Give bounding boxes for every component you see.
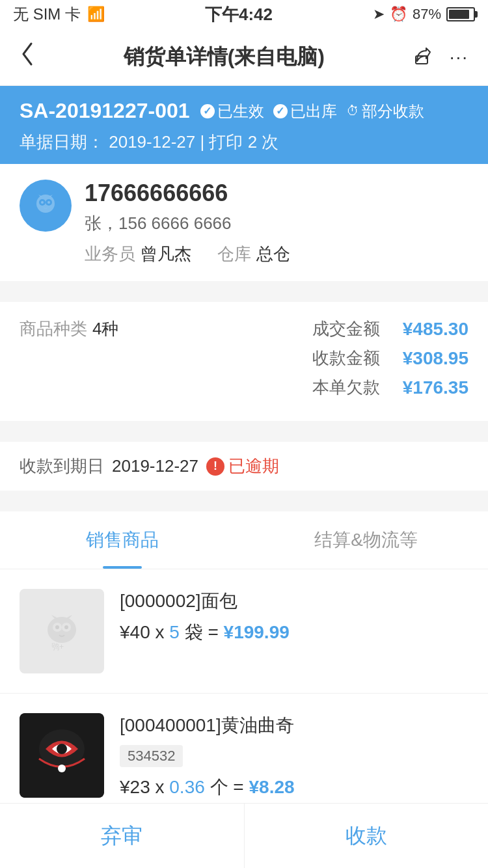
types-value: 4种 — [92, 318, 118, 340]
svg-text:鸮+: 鸮+ — [51, 642, 64, 651]
owed-row: 本单欠款 ¥176.35 — [312, 376, 468, 399]
sales-item: 业务员 曾凡杰 — [85, 243, 191, 265]
page-title: 销货单详情(来自电脑) — [124, 43, 325, 72]
summary-left: 商品种类 4种 — [20, 318, 118, 346]
tabs-section: 销售商品 结算&物流等 — [0, 511, 488, 569]
types-label: 商品种类 — [20, 318, 87, 340]
total-amount-value: ¥485.30 — [390, 319, 468, 340]
customer-phone: 张，156 6666 6666 — [85, 212, 468, 235]
header-banner: SA-20191227-001 ✓ 已生效 ✓ 已出库 ⏱ 部分收款 单据日期：… — [0, 86, 488, 164]
svg-point-14 — [57, 744, 67, 754]
product-qty-2: 0.36 — [169, 777, 205, 797]
sales-value: 曾凡杰 — [141, 243, 191, 265]
product-sku-2: 534532 — [120, 745, 183, 767]
product-info-2: [000400001]黄油曲奇 534532 ¥23 x 0.36 个 = ¥8… — [120, 713, 468, 800]
tab-products[interactable]: 销售商品 — [0, 511, 244, 569]
overdue-badge: ! 已逾期 — [206, 455, 279, 478]
thumb-img-2 — [20, 713, 104, 798]
warehouse-item: 仓库 总仓 — [217, 243, 290, 265]
product-total-2: ¥8.28 — [249, 777, 294, 797]
status-left: 无 SIM 卡 📶 — [13, 4, 105, 25]
product-total-1: ¥199.99 — [224, 622, 290, 642]
product-thumb-2 — [20, 713, 104, 798]
total-amount-row: 成交金额 ¥485.30 — [312, 318, 468, 340]
svg-point-4 — [41, 201, 44, 204]
status-right: ➤ ⏰ 87% — [373, 6, 475, 23]
table-row: 鸮+ [0000002]面包 ¥40 x 5 袋 = ¥199.99 — [0, 569, 488, 694]
check-icon-2: ✓ — [273, 104, 288, 118]
product-price-1: ¥40 x 5 袋 = ¥199.99 — [120, 620, 468, 645]
warehouse-label: 仓库 — [217, 243, 251, 265]
summary-right: 成交金额 ¥485.30 收款金额 ¥308.95 本单欠款 ¥176.35 — [312, 318, 468, 405]
product-types-item: 商品种类 4种 — [20, 318, 118, 340]
sales-label: 业务员 — [85, 243, 135, 265]
customer-id: 17666666666 — [85, 180, 468, 207]
received-label: 收款金额 — [312, 347, 380, 370]
received-value: ¥308.95 — [390, 348, 468, 369]
svg-point-15 — [58, 765, 66, 772]
product-list: 鸮+ [0000002]面包 ¥40 x 5 袋 = ¥199.99 — [0, 569, 488, 820]
battery-icon — [446, 7, 475, 21]
svg-point-9 — [55, 625, 59, 629]
divider-2 — [0, 431, 488, 442]
due-date-value: 2019-12-27 — [112, 456, 198, 476]
product-thumb-1: 鸮+ — [20, 589, 104, 673]
confirm-button[interactable]: 收款 — [245, 804, 489, 868]
product-name-2: [000400001]黄油曲奇 — [120, 713, 468, 738]
customer-avatar — [20, 180, 72, 232]
status-shipped: ✓ 已出库 — [273, 101, 337, 122]
carrier-label: 无 SIM 卡 — [13, 4, 81, 25]
thumb-placeholder-1: 鸮+ — [20, 589, 104, 673]
overdue-text: 已逾期 — [228, 455, 279, 478]
nav-bar: 销货单详情(来自电脑) ··· — [0, 29, 488, 86]
product-price-2: ¥23 x 0.36 个 = ¥8.28 — [120, 775, 468, 800]
nav-actions: ··· — [413, 44, 468, 70]
order-date-row: 单据日期： 2019-12-27 | 打印 2 次 — [20, 131, 468, 154]
bottom-bar: 弃审 收款 — [0, 803, 488, 868]
warehouse-value: 总仓 — [256, 243, 290, 265]
due-section: 收款到期日 2019-12-27 ! 已逾期 — [0, 442, 488, 491]
owed-value: ¥176.35 — [390, 377, 468, 398]
cancel-button[interactable]: 弃审 — [0, 804, 245, 868]
owed-label: 本单欠款 — [312, 376, 380, 399]
divider-3 — [0, 501, 488, 511]
order-id: SA-20191227-001 — [20, 99, 190, 123]
product-info-1: [0000002]面包 ¥40 x 5 袋 = ¥199.99 — [120, 589, 468, 645]
svg-point-6 — [47, 617, 76, 643]
product-name-1: [0000002]面包 — [120, 589, 468, 614]
tabs-row: 销售商品 结算&物流等 — [0, 511, 488, 569]
svg-point-1 — [36, 195, 55, 213]
summary-section: 商品种类 4种 成交金额 ¥485.30 收款金额 ¥308.95 本单欠款 ¥… — [0, 302, 488, 421]
table-row: [000400001]黄油曲奇 534532 ¥23 x 0.36 个 = ¥8… — [0, 694, 488, 820]
clock-icon: ⏱ — [346, 103, 359, 118]
product-qty-1: 5 — [169, 622, 180, 642]
customer-info: 17666666666 张，156 6666 6666 业务员 曾凡杰 仓库 总… — [85, 180, 468, 265]
overdue-icon: ! — [206, 457, 224, 476]
status-active: ✓ 已生效 — [200, 101, 264, 122]
received-row: 收款金额 ¥308.95 — [312, 347, 468, 370]
svg-point-10 — [64, 625, 68, 629]
status-time: 下午4:42 — [205, 3, 273, 26]
status-tags: ✓ 已生效 ✓ 已出库 ⏱ 部分收款 — [200, 101, 424, 122]
customer-section: 17666666666 张，156 6666 6666 业务员 曾凡杰 仓库 总… — [0, 164, 488, 281]
wifi-icon: 📶 — [87, 6, 105, 23]
svg-point-5 — [47, 201, 50, 204]
back-button[interactable] — [20, 41, 35, 73]
battery-label: 87% — [413, 6, 441, 23]
location-icon: ➤ — [373, 6, 385, 23]
customer-meta: 业务员 曾凡杰 仓库 总仓 — [85, 243, 468, 265]
tab-settlement[interactable]: 结算&物流等 — [244, 511, 488, 569]
more-icon[interactable]: ··· — [450, 47, 468, 68]
status-partial: ⏱ 部分收款 — [346, 101, 424, 122]
divider-1 — [0, 292, 488, 302]
alarm-icon: ⏰ — [390, 6, 407, 23]
due-label: 收款到期日 — [20, 455, 104, 478]
check-icon-1: ✓ — [200, 104, 215, 118]
status-bar: 无 SIM 卡 📶 下午4:42 ➤ ⏰ 87% — [0, 0, 488, 29]
total-amount-label: 成交金额 — [312, 318, 380, 340]
share-icon[interactable] — [413, 44, 434, 70]
